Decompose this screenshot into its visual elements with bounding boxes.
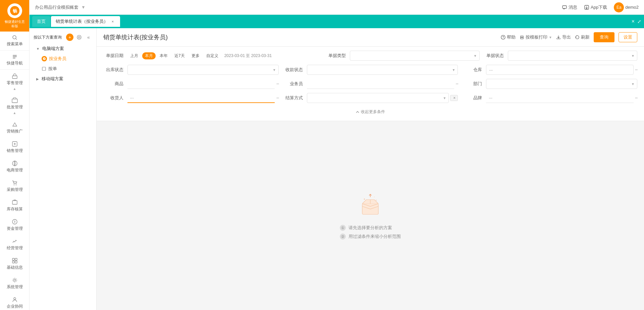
sidebar-item-system-label: 系统管理 [7,284,23,290]
date-tab-custom[interactable]: 自定义 [204,52,221,59]
app-logo: 畅 畅捷通好生意 标版 [0,0,29,32]
left-panel-title: 按以下方案查询 [34,35,62,40]
tree-sub-item-salesperson[interactable]: 按业务员 [30,54,96,64]
sidebar-item-sales[interactable]: 销售管理 [0,138,29,157]
filter-row-4: 收货人 ··· 结算方式 × [103,93,637,103]
svg-rect-37 [521,38,523,39]
sidebar-item-enterprise[interactable]: 企业协同 [0,293,29,310]
date-tab-this-year[interactable]: 本年 [157,52,170,59]
export-btn[interactable]: 导出 [556,34,571,40]
date-tab-last-7[interactable]: 近7天 [172,52,187,59]
svg-rect-15 [12,258,14,260]
sidebar-item-retail[interactable]: 零售管理 ▲ [0,70,29,94]
left-panel-header: 按以下方案查询 + « [30,31,96,44]
doc-status-select[interactable] [508,51,637,61]
sidebar: 畅 畅捷通好生意 标版 搜索菜单 快捷导航 零售管理 ▲ 批发管理 ▲ 营销推广 [0,0,30,310]
header-right: 消息 App下载 Ea demo2 [562,2,639,12]
sidebar-item-basic-label: 基础信息 [7,265,23,270]
sidebar-item-ecommerce[interactable]: 电商管理 [0,157,29,176]
sidebar-item-basic[interactable]: 基础信息 [0,254,29,274]
refresh-btn[interactable]: 刷新 [575,34,590,40]
doc-status-wrap [508,51,637,61]
svg-point-20 [14,298,16,300]
sidebar-item-marketing[interactable]: 营销推广 [0,118,29,138]
edit-scheme-btn[interactable] [75,34,83,41]
left-panel-actions: + « [66,34,92,41]
header-breadcrumb-area: 办公用品行业模拟账套 ▼ [35,4,86,10]
app-download-label: App下载 [591,4,607,10]
collapse-conditions-btn[interactable]: 收起更多条件 [354,107,387,117]
tab-close-icon[interactable]: × [110,19,115,24]
tree-item-pc[interactable]: ▼ 电脑端方案 [30,44,96,54]
tab-sales-report[interactable]: 销货单统计表（按业务员） × [51,16,120,27]
tab-sales-report-label: 销货单统计表（按业务员） [56,18,108,24]
tab-home[interactable]: 首页 [32,16,50,27]
svg-rect-28 [562,6,567,8]
doc-type-select[interactable] [350,51,479,61]
svg-rect-8 [12,99,17,103]
receipt-status-select[interactable] [307,65,458,75]
out-status-select[interactable] [127,65,279,75]
close-all-tabs-btn[interactable]: × [632,18,635,24]
sidebar-item-finance[interactable]: 资金管理 [0,215,29,235]
user-name: demo2 [625,5,639,10]
tab-bar: 首页 销货单统计表（按业务员） × × ⤢ [30,15,644,28]
date-tab-more[interactable]: 更多 [189,52,202,59]
product-dots-btn[interactable]: ··· [276,81,278,87]
sidebar-item-ecommerce-label: 电商管理 [7,167,23,173]
brand-dots-btn[interactable]: ··· [635,95,637,101]
collapse-panel-btn[interactable]: « [85,34,92,41]
help-icon [501,35,505,40]
query-btn[interactable]: 查询 [594,32,614,42]
svg-point-41 [374,197,375,197]
warehouse-input[interactable] [486,65,633,75]
tab-bar-actions: × ⤢ [632,18,641,24]
sidebar-item-wholesale[interactable]: 批发管理 ▲ [0,94,29,118]
settlement-select[interactable] [307,93,449,103]
sidebar-item-operations[interactable]: 经营管理 [0,235,29,254]
add-scheme-btn[interactable]: + [66,34,73,41]
salesperson-dots-btn[interactable]: ··· [455,81,458,87]
svg-point-2 [13,36,16,39]
warehouse-dots-btn[interactable]: ··· [635,67,637,73]
sidebar-item-operations-label: 经营管理 [7,245,23,251]
sidebar-item-marketing-label: 营销推广 [7,128,23,134]
tree-sub-item-order[interactable]: 按单 [30,64,96,74]
data-area: ① 请先选择要分析的方案 ② 用过滤条件来缩小分析范围 [97,121,644,310]
message-btn[interactable]: 消息 [562,4,577,10]
tab-home-label: 首页 [37,18,46,24]
warehouse-control: ··· [486,65,637,75]
shortcut-nav[interactable]: 快捷导航 [0,51,29,70]
maximize-btn[interactable]: ⤢ [637,18,641,24]
template-print-btn[interactable]: 按模板打印 ▼ [520,34,552,40]
date-tab-this-month[interactable]: 本月 [142,52,156,59]
help-btn[interactable]: 帮助 [501,34,516,40]
doc-status-label: 单据状态 [484,53,504,59]
sidebar-item-purchase[interactable]: 采购管理 [0,176,29,196]
page-header: 销货单统计表(按业务员) 帮助 按模板打印 ▼ 导出 [97,28,644,47]
left-panel: 按以下方案查询 + « ▼ 电脑端方案 按业务员 [30,28,97,310]
tree-toggle-mobile: ▶ [36,77,39,81]
logo-text: 畅捷通好生意 标版 [5,19,25,28]
settlement-tag-x[interactable]: × [453,96,455,100]
consignee-input[interactable] [127,93,275,103]
tree-item-mobile[interactable]: ▶ 移动端方案 [30,74,96,84]
settlement-label: 结算方式 [283,95,303,101]
consignee-dots-btn[interactable]: ··· [276,95,278,101]
date-tab-last-month[interactable]: 上月 [127,52,141,59]
breadcrumb-arrow-icon[interactable]: ▼ [81,5,86,10]
sidebar-item-wholesale-label: 批发管理 [7,104,23,110]
svg-rect-33 [42,67,46,70]
brand-input[interactable] [486,93,633,103]
svg-point-30 [77,35,81,39]
sidebar-item-inventory[interactable]: 库存核算 [0,196,29,215]
department-select[interactable] [486,79,637,89]
app-download-btn[interactable]: App下载 [584,4,607,10]
settings-btn[interactable]: 设置 [619,32,637,42]
salesperson-input[interactable] [307,79,454,89]
sidebar-item-system[interactable]: 系统管理 [0,274,29,293]
empty-state: ① 请先选择要分析的方案 ② 用过滤条件来缩小分析范围 [340,192,401,240]
search-menu[interactable]: 搜索菜单 [0,32,29,51]
product-input[interactable] [127,79,275,89]
user-profile[interactable]: Ea demo2 [614,2,639,12]
